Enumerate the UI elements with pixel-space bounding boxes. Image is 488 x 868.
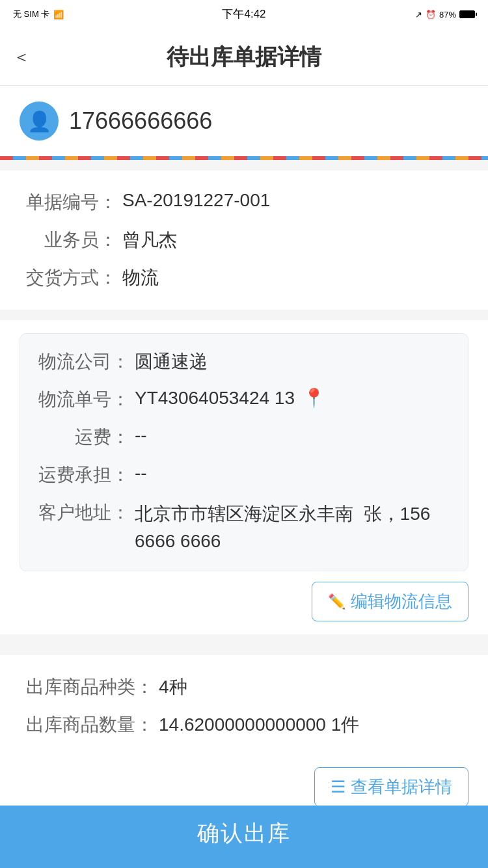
logistics-card-wrap: 物流公司： 圆通速递 物流单号： YT43064053424 13 📍 运费： …	[0, 320, 488, 634]
back-arrow-icon: ＜	[13, 46, 30, 68]
edit-button-row: ✏️ 编辑物流信息	[0, 571, 488, 634]
main-content: 👤 17666666666 单据编号： SA-20191227-001 业务员：…	[0, 86, 488, 868]
freight-label: 运费：	[38, 425, 129, 450]
freight-row: 运费： --	[38, 425, 450, 450]
customer-address-row: 客户地址： 北京市市辖区海淀区永丰南 张，156 6666 6666	[38, 500, 450, 555]
edit-icon: ✏️	[328, 593, 346, 610]
nav-bar: ＜ 待出库单据详情	[0, 29, 488, 86]
alarm-icon: ⏰	[426, 10, 436, 20]
stock-type-value: 4种	[159, 675, 462, 699]
stock-quantity-label: 出库商品数量：	[26, 712, 154, 737]
view-details-button[interactable]: ☰ 查看单据详情	[314, 767, 468, 807]
logistics-company-label: 物流公司：	[38, 349, 129, 374]
edit-logistics-button[interactable]: ✏️ 编辑物流信息	[312, 582, 468, 621]
page-title: 待出库单据详情	[167, 42, 321, 72]
confirm-button-wrap: 确认出库	[0, 806, 488, 868]
status-bar-right: ↗ ⏰ 87%	[415, 10, 475, 20]
dashed-divider	[0, 156, 488, 160]
customer-address-value: 北京市市辖区海淀区永丰南 张，156 6666 6666	[135, 500, 450, 555]
tracking-no-value: YT43064053424 13 📍	[135, 387, 450, 409]
separator-1	[0, 310, 488, 320]
confirm-button[interactable]: 确认出库	[197, 819, 291, 848]
freight-bear-row: 运费承担： --	[38, 463, 450, 487]
status-bar: 无 SIM 卡 📶 下午4:42 ↗ ⏰ 87%	[0, 0, 488, 29]
order-no-label: 单据编号：	[26, 190, 117, 215]
battery-text: 87%	[439, 10, 456, 20]
stock-type-row: 出库商品种类： 4种	[26, 675, 462, 699]
freight-value: --	[135, 425, 450, 446]
avatar-icon: 👤	[27, 110, 51, 133]
tracking-no-label: 物流单号：	[38, 387, 129, 412]
location-status-icon: ↗	[415, 10, 422, 20]
order-no-value: SA-20191227-001	[122, 190, 462, 211]
delivery-method-row: 交货方式： 物流	[26, 265, 462, 290]
view-details-label: 查看单据详情	[351, 776, 452, 798]
status-bar-time: 下午4:42	[222, 7, 265, 21]
user-phone: 17666666666	[69, 107, 212, 135]
delivery-method-label: 交货方式：	[26, 265, 117, 290]
back-button[interactable]: ＜	[13, 46, 30, 68]
separator-2	[0, 634, 488, 645]
stock-quantity-value: 14.62000000000000 1件	[159, 712, 462, 737]
stock-info-section: 出库商品种类： 4种 出库商品数量： 14.62000000000000 1件	[0, 655, 488, 757]
tracking-no-row: 物流单号： YT43064053424 13 📍	[38, 387, 450, 412]
stock-type-label: 出库商品种类：	[26, 675, 154, 699]
order-no-row: 单据编号： SA-20191227-001	[26, 190, 462, 215]
logistics-card: 物流公司： 圆通速递 物流单号： YT43064053424 13 📍 运费： …	[20, 333, 468, 571]
view-details-icon: ☰	[331, 777, 346, 797]
battery-icon	[459, 10, 475, 18]
logistics-company-row: 物流公司： 圆通速递	[38, 349, 450, 374]
logistics-company-value: 圆通速递	[135, 349, 450, 374]
salesperson-label: 业务员：	[26, 228, 117, 252]
order-info-section: 单据编号： SA-20191227-001 业务员： 曾凡杰 交货方式： 物流	[0, 170, 488, 310]
salesperson-value: 曾凡杰	[122, 228, 462, 252]
status-bar-left: 无 SIM 卡 📶	[13, 8, 64, 20]
avatar: 👤	[20, 102, 59, 141]
tracking-location-icon[interactable]: 📍	[303, 387, 325, 409]
stock-quantity-row: 出库商品数量： 14.62000000000000 1件	[26, 712, 462, 737]
freight-bear-value: --	[135, 463, 450, 483]
freight-bear-label: 运费承担：	[38, 463, 129, 487]
edit-logistics-label: 编辑物流信息	[351, 590, 452, 613]
wifi-icon: 📶	[53, 10, 64, 20]
customer-address-label: 客户地址：	[38, 500, 129, 525]
carrier-text: 无 SIM 卡	[13, 8, 49, 20]
delivery-method-value: 物流	[122, 265, 462, 290]
salesperson-row: 业务员： 曾凡杰	[26, 228, 462, 252]
user-header: 👤 17666666666	[0, 86, 488, 156]
